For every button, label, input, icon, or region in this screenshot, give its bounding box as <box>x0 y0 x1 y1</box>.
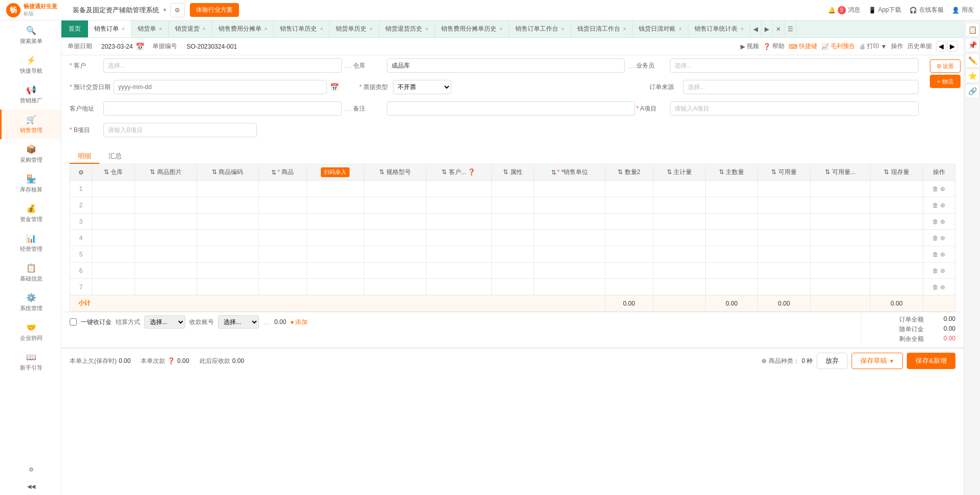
save-draft-button[interactable]: 保存草稿▼ <box>852 353 903 369</box>
remark-input[interactable] <box>387 101 636 116</box>
delete-icon[interactable]: 🗑 <box>932 284 939 291</box>
order-source-input[interactable] <box>683 80 919 94</box>
th-main-unit[interactable]: ⇅ 主计量 <box>653 164 705 181</box>
row-2-sales-unit[interactable] <box>534 197 605 213</box>
row-1-attrs[interactable] <box>491 181 534 197</box>
row-1-product[interactable] <box>258 181 307 197</box>
row-1-sales-unit[interactable] <box>534 181 605 197</box>
operate-btn[interactable]: 操作 <box>891 42 903 51</box>
address-more-icon[interactable]: … <box>345 104 352 113</box>
b-project-input[interactable] <box>103 123 257 137</box>
warehouse-more-icon[interactable]: … <box>628 61 635 70</box>
tab-close-icon[interactable]: × <box>159 26 162 32</box>
row-1-product-code[interactable] <box>197 181 258 197</box>
sidebar-item-operations[interactable]: 📊 经营管理 <box>0 228 61 258</box>
tab-close-icon[interactable]: × <box>741 26 744 32</box>
copy-icon[interactable]: ⊕ <box>940 202 945 209</box>
sidebar-settings-button[interactable]: ⚙ <box>0 461 61 478</box>
copy-icon[interactable]: ⊕ <box>940 251 945 258</box>
row-1-spec-type[interactable] <box>364 181 426 197</box>
tab-close-icon[interactable]: × <box>203 26 206 32</box>
tab-sales-invoice-history[interactable]: 销货单历史 × <box>330 20 379 38</box>
user-menu-button[interactable]: 👤 用友 <box>952 6 974 14</box>
rp-clipboard-btn[interactable]: 📋 <box>965 23 979 37</box>
th-customer-attr[interactable]: ⇅ 客户... ❓ <box>426 164 491 181</box>
row-1-available-more[interactable] <box>810 181 870 197</box>
tab-daily-reconcile[interactable]: 钱货日清对账 × <box>633 20 688 38</box>
row-1-main-qty[interactable] <box>706 181 758 197</box>
row-1-warehouse[interactable] <box>92 181 135 197</box>
row-1-stock[interactable] <box>870 181 923 197</box>
th-attrs[interactable]: ⇅ 属性 <box>491 164 534 181</box>
sidebar-item-marketing[interactable]: 📢 营销推广 <box>0 80 61 110</box>
row-2-warehouse[interactable] <box>92 197 135 213</box>
tab-sales-expense[interactable]: 销售费用分摊单 × <box>212 20 274 38</box>
copy-icon[interactable]: ⊕ <box>940 267 945 274</box>
one-key-checkbox[interactable] <box>70 318 77 326</box>
nav-prev-btn[interactable]: ◀ <box>936 41 946 52</box>
tab-nav-next[interactable]: ▶ <box>761 20 773 38</box>
sidebar-item-guide[interactable]: 📖 新手引导 <box>0 347 61 377</box>
tab-home[interactable]: 首页 <box>61 20 88 38</box>
settings-right-btn[interactable]: ⚙ 设置 <box>930 59 961 73</box>
view-btn[interactable]: ▶ 视频 <box>741 42 759 51</box>
solution-button[interactable]: 体验行业方案 <box>190 3 239 17</box>
tab-sales-order[interactable]: 销售订单 × <box>88 20 132 38</box>
copy-icon[interactable]: ⊕ <box>940 218 945 225</box>
table-scroll[interactable]: ⚙ ⇅ 仓库 ⇅ 商品图片 ⇅ 商品编码 ⇅ 商品 扫码录入 ⇅ 规格型号 ⇅ … <box>70 164 955 312</box>
help-btn[interactable]: ❓ 帮助 <box>763 42 785 51</box>
account-select[interactable]: 选择... <box>218 315 259 329</box>
row-2-main-qty[interactable] <box>706 197 758 213</box>
tab-sales-order-history[interactable]: 销售订单历史 × <box>274 20 330 38</box>
detail-tab-detail[interactable]: 明细 <box>70 149 99 164</box>
row-1-available[interactable] <box>758 181 810 197</box>
rp-edit-btn[interactable]: ✏️ <box>965 53 979 68</box>
address-input[interactable] <box>103 101 342 116</box>
copy-icon[interactable]: ⊕ <box>940 185 945 192</box>
th-product[interactable]: ⇅ 商品 <box>258 164 307 181</box>
row-1-customer-attr[interactable] <box>426 181 491 197</box>
th-qty2[interactable]: ⇅ 数量2 <box>605 164 653 181</box>
shortcut-btn[interactable]: ⌨ 快捷键 <box>789 42 817 51</box>
sidebar-item-search[interactable]: 🔍 搜索菜单 <box>0 20 61 50</box>
add-button[interactable]: ● 添加 <box>290 318 307 327</box>
app-download-button[interactable]: 📱 App下载 <box>868 6 901 14</box>
tab-close-icon[interactable]: × <box>425 26 428 32</box>
tab-sales-expense-history[interactable]: 销售费用分摊单历史 × <box>435 20 509 38</box>
account-more-icon[interactable]: … <box>263 318 270 326</box>
th-scan[interactable]: 扫码录入 <box>307 164 364 181</box>
th-main-qty[interactable]: ⇅ 主数量 <box>706 164 758 181</box>
delivery-cal-icon[interactable]: 📅 <box>330 83 339 91</box>
sidebar-item-inventory[interactable]: 🏪 库存核算 <box>0 169 61 199</box>
copy-icon[interactable]: ⊕ <box>940 284 945 291</box>
nav-next-btn[interactable]: ▶ <box>947 41 957 52</box>
tab-close-icon[interactable]: × <box>679 26 682 32</box>
copy-icon[interactable]: ⊕ <box>940 234 945 242</box>
tab-sales-return[interactable]: 销货退货 × <box>169 20 212 38</box>
row-2-attrs[interactable] <box>491 197 534 213</box>
calendar-icon[interactable]: 📅 <box>136 42 144 51</box>
th-stock[interactable]: ⇅ 现存量 <box>870 164 923 181</box>
tab-nav-prev[interactable]: ◀ <box>750 20 761 38</box>
rp-link-btn[interactable]: 🔗 <box>965 84 979 98</box>
profit-btn[interactable]: 📈 毛利预告 <box>821 42 855 51</box>
th-sales-unit[interactable]: ⇅ *销售单位 <box>534 164 605 181</box>
th-product-img[interactable]: ⇅ 商品图片 <box>135 164 197 181</box>
row-1-qty2[interactable] <box>605 181 653 197</box>
tab-sales-return-history[interactable]: 销货退货历史 × <box>379 20 435 38</box>
tab-nav-close-all[interactable]: ✕ <box>773 20 785 38</box>
row-2-product-code[interactable] <box>197 197 258 213</box>
tab-sales-workbench[interactable]: 销售订单工作台 × <box>509 20 571 38</box>
tab-sales-invoice[interactable]: 销货单 × <box>132 20 169 38</box>
sidebar-item-sales[interactable]: 🛒 销售管理 <box>0 110 61 139</box>
tab-close-icon[interactable]: × <box>623 26 626 32</box>
customer-more-icon[interactable]: … <box>345 61 352 70</box>
save-new-button[interactable]: 保存&新增 <box>907 353 955 369</box>
detail-tab-summary[interactable]: 汇总 <box>100 149 130 164</box>
th-settings[interactable]: ⚙ <box>70 164 92 181</box>
sidebar-item-enterprise[interactable]: 🤝 企业协同 <box>0 317 61 347</box>
row-1-product-img[interactable] <box>135 181 197 197</box>
tab-close-icon[interactable]: × <box>320 26 323 32</box>
history-btn[interactable]: 历史单据 <box>907 42 932 51</box>
staff-input[interactable] <box>670 58 919 73</box>
